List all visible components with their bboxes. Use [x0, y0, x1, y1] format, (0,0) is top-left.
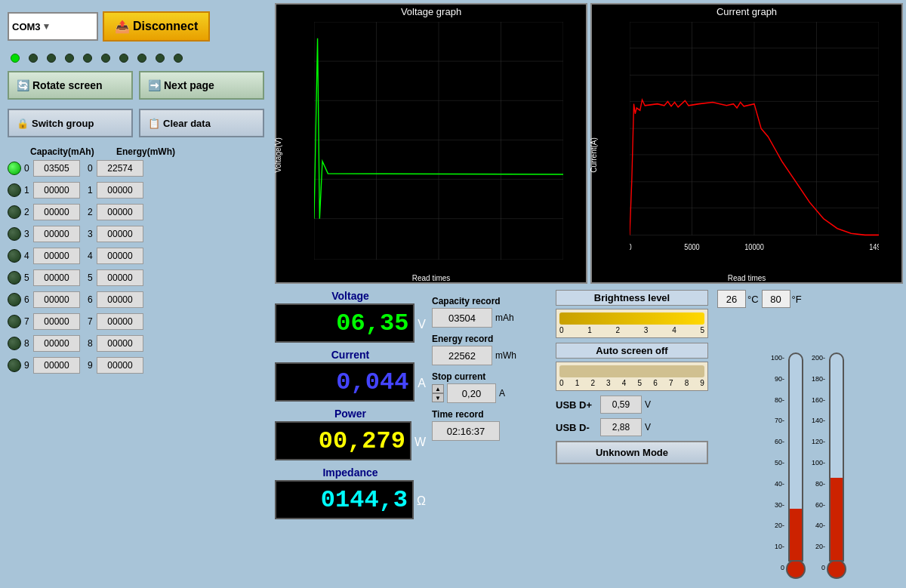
ch-energy-4[interactable]	[97, 248, 143, 264]
svg-text:0: 0	[630, 242, 632, 251]
switch-group-button[interactable]: 🔒 Switch group	[8, 109, 133, 137]
capacity-record-input[interactable]	[432, 308, 492, 328]
celsius-fill	[790, 509, 802, 560]
brightness-slider-area[interactable]: 0 1 2 3 4 5	[556, 309, 708, 338]
ch-capacity-5[interactable]	[33, 269, 80, 286]
next-page-button[interactable]: ➡️ Next page	[139, 71, 264, 100]
mode-button[interactable]: Unknown Mode	[556, 441, 708, 464]
thermometers: 100- 90- 80- 70- 60- 50- 40- 30- 20- 10-…	[717, 311, 900, 582]
com-dropdown-arrow[interactable]: ▼	[42, 21, 51, 32]
energy-record-label: Energy record	[432, 334, 547, 344]
celsius-tube	[788, 352, 803, 562]
stop-up-button[interactable]: ▲	[432, 384, 444, 393]
stop-section: Stop current ▲ ▼ A	[432, 371, 547, 403]
switch-icon: 🔒	[17, 118, 29, 129]
ch-energy-9[interactable]	[97, 357, 143, 374]
ch-enum-7: 7	[88, 316, 95, 327]
usb-dplus-row: USB D+ V	[556, 396, 708, 414]
auto-scale: 0 1 2 3 4 5 6 7 8 9	[559, 379, 704, 387]
channel-row-6: 6 6	[8, 290, 264, 309]
ch-num-5: 5	[24, 272, 32, 283]
celsius-input[interactable]	[717, 290, 746, 308]
impedance-unit: Ω	[417, 494, 426, 508]
ch-energy-8[interactable]	[97, 335, 143, 352]
rotate-screen-button[interactable]: 🔄 Rotate screen	[8, 71, 133, 100]
channel-row-3: 3 3	[8, 224, 264, 244]
rotate-icon: 🔄	[17, 79, 29, 91]
impedance-value: 0144,3	[321, 486, 408, 514]
ch-enum-1: 1	[88, 185, 95, 195]
dot-1	[29, 54, 38, 63]
ch-energy-5[interactable]	[97, 269, 143, 286]
voltage-value: 06,35	[336, 309, 408, 337]
celsius-display: °C	[717, 290, 759, 308]
channel-row-2: 2 2	[8, 202, 264, 222]
current-unit: A	[418, 377, 426, 390]
current-display: 0,044	[275, 362, 414, 402]
usb-dplus-label: USB D+	[556, 399, 597, 411]
ch-capacity-3[interactable]	[33, 226, 80, 242]
ch-num-6: 6	[24, 294, 32, 305]
voltage-x-label: Read times	[412, 274, 451, 282]
fahrenheit-scale: 200- 180- 160- 140- 120- 100- 80- 60- 40…	[812, 352, 825, 579]
celsius-unit: °C	[747, 294, 759, 305]
clear-icon: 📋	[148, 118, 160, 129]
usb-dminus-input[interactable]	[600, 418, 642, 436]
ch-energy-1[interactable]	[97, 182, 143, 199]
usb-dminus-row: USB D- V	[556, 418, 708, 436]
ch-capacity-1[interactable]	[33, 182, 80, 199]
fahrenheit-input[interactable]	[762, 290, 790, 308]
clear-data-button[interactable]: 📋 Clear data	[139, 109, 264, 137]
disconnect-button[interactable]: 📤 Disconnect	[103, 11, 210, 42]
channel-headers: Capacity(mAh) Energy(mWh)	[24, 146, 264, 157]
ch-energy-2[interactable]	[97, 204, 143, 220]
ch-capacity-9[interactable]	[33, 357, 80, 374]
impedance-label: Impedance	[275, 466, 426, 479]
power-row: 00,279 W	[275, 421, 426, 463]
energy-record-unit: mWh	[495, 350, 516, 361]
ch-enum-6: 6	[88, 294, 95, 305]
ch-capacity-6[interactable]	[33, 291, 80, 308]
ch-indicator-1	[8, 183, 21, 197]
ch-capacity-4[interactable]	[33, 248, 80, 264]
ch-num-1: 1	[24, 185, 32, 195]
dot-6	[119, 54, 128, 63]
brightness-title: Brightness level	[556, 290, 708, 306]
ch-energy-7[interactable]	[97, 313, 143, 330]
time-record-input[interactable]	[432, 421, 500, 441]
energy-record-input[interactable]	[432, 346, 492, 365]
ch-capacity-2[interactable]	[33, 204, 80, 220]
ch-num-2: 2	[24, 207, 32, 217]
ch-capacity-8[interactable]	[33, 335, 80, 352]
ch-indicator-5	[8, 271, 21, 285]
current-y-label: Current(A)	[590, 137, 598, 173]
power-display: 00,279	[275, 421, 411, 460]
ch-energy-0[interactable]	[97, 160, 143, 177]
ch-capacity-0[interactable]	[33, 160, 80, 177]
ch-enum-0: 0	[88, 163, 95, 174]
current-value: 0,044	[336, 368, 408, 396]
stop-current-input[interactable]	[447, 383, 496, 403]
current-graph-inner: 4,000 3,500 3,000 2,500 2,000 1,500 1,00…	[592, 19, 901, 282]
com-port-selector[interactable]: COM3 ▼	[8, 12, 98, 41]
dot-5	[101, 54, 110, 63]
ch-num-7: 7	[24, 316, 32, 327]
ch-capacity-7[interactable]	[33, 313, 80, 330]
ch-enum-5: 5	[88, 272, 95, 283]
current-label: Current	[275, 349, 426, 361]
energy-record-row: mWh	[432, 346, 547, 365]
dot-2	[47, 54, 56, 63]
temp-displays: °C °F	[717, 290, 900, 308]
voltage-graph-svg: 25,00 20,00 15,00 10,00 5,00 0,00 0 5000…	[314, 22, 563, 260]
capacity-header: Capacity(mAh)	[30, 146, 83, 157]
stop-unit: A	[499, 388, 505, 399]
auto-slider-area[interactable]: 0 1 2 3 4 5 6 7 8 9	[556, 362, 708, 391]
ch-energy-3[interactable]	[97, 226, 143, 242]
current-graph-svg: 4,000 3,500 3,000 2,500 2,000 1,500 1,00…	[630, 22, 879, 260]
usb-dplus-input[interactable]	[600, 396, 642, 414]
stop-current-label: Stop current	[432, 371, 547, 382]
ch-energy-6[interactable]	[97, 291, 143, 308]
stop-down-button[interactable]: ▼	[432, 393, 444, 402]
auto-bar	[559, 365, 704, 377]
ch-indicator-9	[8, 359, 21, 372]
